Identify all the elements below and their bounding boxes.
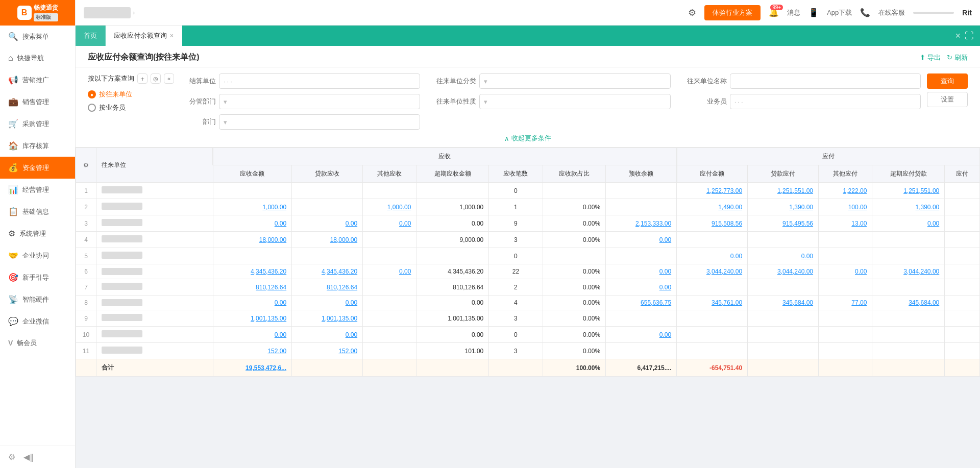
table-cell-link[interactable]: 0.00 (801, 253, 813, 260)
table-cell[interactable]: 3,044,240.00 (748, 264, 819, 279)
settlement-unit-input[interactable]: ··· (219, 73, 420, 89)
partner-name-input[interactable] (730, 73, 921, 89)
table-cell-link[interactable]: 0.00 (399, 268, 411, 275)
scheme-by-unit[interactable]: ● 按往来单位 (88, 88, 174, 101)
table-cell-link[interactable]: 810,126.64 (327, 284, 357, 291)
table-cell[interactable]: 0.00 (363, 264, 416, 279)
table-cell-link[interactable]: 0.00 (275, 220, 286, 227)
table-cell[interactable]: 152.00 (213, 343, 291, 359)
table-cell[interactable]: 0.00 (748, 248, 819, 264)
table-cell-link[interactable]: 915,495.56 (782, 220, 813, 227)
table-cell-link[interactable]: 915,508.56 (712, 220, 742, 227)
table-cell[interactable]: 345,761.00 (677, 295, 748, 310)
table-cell-link[interactable]: 1,390.00 (916, 204, 940, 211)
table-cell-link[interactable]: 13.00 (851, 220, 867, 227)
table-cell[interactable]: 3,044,240.00 (872, 264, 945, 279)
salesman-input[interactable]: ··· (730, 94, 921, 109)
table-cell-link[interactable]: 4,345,436.20 (322, 268, 357, 275)
settings-button[interactable]: 设置 (927, 92, 968, 107)
table-cell[interactable]: 0.00 (819, 264, 872, 279)
table-cell-link[interactable]: 1,001,135.00 (322, 315, 357, 322)
table-cell-link[interactable]: 1,252,773.00 (706, 187, 742, 194)
sidebar-item-finance[interactable]: 💰 资金管理 (0, 157, 75, 179)
table-cell[interactable]: 0.00 (606, 264, 677, 279)
sidebar-item-guide[interactable]: 🎯 新手引导 (0, 266, 75, 288)
table-cell-link[interactable]: 152.00 (267, 348, 286, 355)
sidebar-item-member[interactable]: V 畅会员 (0, 332, 75, 354)
online-service-label[interactable]: 在线客服 (878, 8, 905, 17)
table-cell[interactable]: 345,684.00 (748, 295, 819, 310)
table-cell-link[interactable]: 1,390.00 (789, 204, 813, 211)
sidebar-item-inventory[interactable]: 🏠 库存核算 (0, 135, 75, 157)
refresh-button[interactable]: ↻ 刷新 (947, 53, 968, 62)
table-cell-link[interactable]: 0.00 (927, 220, 939, 227)
table-cell[interactable]: 810,126.64 (213, 279, 291, 295)
collapse-schemes-icon[interactable]: « (164, 73, 174, 84)
table-cell[interactable]: 1,251,551.00 (872, 183, 945, 199)
table-cell-link[interactable]: 2,153,333.00 (635, 220, 671, 227)
table-cell-link[interactable]: 3,044,240.00 (777, 268, 813, 275)
table-cell[interactable]: 810,126.64 (292, 279, 363, 295)
table-cell[interactable]: 77.00 (819, 295, 872, 310)
tab-close-window-icon[interactable]: × (955, 31, 961, 41)
table-cell-link[interactable]: 0.00 (659, 331, 671, 338)
table-cell[interactable]: 0.00 (363, 215, 416, 232)
table-cell-link[interactable]: 0.00 (855, 268, 867, 275)
table-cell[interactable]: 1,251,551.00 (748, 183, 819, 199)
table-cell-link[interactable]: 18,000.00 (259, 236, 286, 243)
table-cell-link[interactable]: 3,044,240.00 (903, 268, 939, 275)
scheme-by-salesman[interactable]: 按业务员 (88, 101, 174, 114)
table-cell[interactable]: 18,000.00 (292, 232, 363, 248)
sidebar-item-operations[interactable]: 📊 经营管理 (0, 179, 75, 201)
table-cell-link[interactable]: 0.00 (659, 268, 671, 275)
sidebar-item-cooperation[interactable]: 🤝 企业协同 (0, 244, 75, 266)
footer-ar-amount-link[interactable]: 19,553,472,6... (246, 364, 286, 372)
table-cell[interactable]: 1,000.00 (363, 199, 416, 215)
table-cell-link[interactable]: 1,000.00 (387, 204, 411, 211)
partner-nature-input[interactable]: ▾ (479, 94, 670, 109)
table-cell-link[interactable]: 0.00 (346, 299, 357, 306)
table-cell-link[interactable]: 77.00 (851, 299, 867, 306)
dept-manager-input[interactable]: ▾ (219, 94, 420, 109)
table-cell[interactable]: 655,636.75 (606, 295, 677, 310)
table-cell-link[interactable]: 1,222.00 (843, 187, 867, 194)
table-cell[interactable]: 1,490.00 (677, 199, 748, 215)
table-cell-link[interactable]: 0.00 (275, 331, 286, 338)
table-cell-link[interactable]: 0.00 (275, 299, 286, 306)
partner-category-input[interactable]: ▾ (479, 73, 670, 89)
table-cell[interactable]: 13.00 (819, 215, 872, 232)
table-cell[interactable]: 0.00 (606, 232, 677, 248)
user-avatar[interactable]: Rit (962, 9, 972, 17)
footer-settings-icon[interactable]: ⚙ (8, 452, 15, 462)
department-input[interactable]: ▾ (219, 114, 420, 130)
footer-collapse-icon[interactable]: ◀‖ (23, 452, 34, 462)
table-cell[interactable]: 0.00 (292, 215, 363, 232)
tab-close-icon[interactable]: × (170, 32, 174, 39)
table-cell[interactable]: 0.00 (606, 327, 677, 343)
table-cell[interactable]: 152.00 (292, 343, 363, 359)
sidebar-item-basic-info[interactable]: 📋 基础信息 (0, 201, 75, 223)
export-button[interactable]: ⬆ 导出 (920, 53, 941, 62)
table-cell-link[interactable]: 0.00 (659, 284, 671, 291)
table-cell-link[interactable]: 810,126.64 (256, 284, 286, 291)
table-cell-link[interactable]: 655,636.75 (641, 299, 671, 306)
table-cell-link[interactable]: 345,761.00 (712, 299, 742, 306)
sidebar-item-marketing[interactable]: 📢 营销推广 (0, 69, 75, 91)
table-cell[interactable]: 0.00 (292, 295, 363, 310)
table-cell[interactable]: 100.00 (819, 199, 872, 215)
table-cell[interactable]: 4,345,436.20 (292, 264, 363, 279)
table-cell[interactable]: 1,252,773.00 (677, 183, 748, 199)
table-cell-link[interactable]: 4,345,436.20 (251, 268, 286, 275)
tab-maximize-icon[interactable]: ⛶ (965, 31, 974, 41)
table-cell[interactable]: 915,508.56 (677, 215, 748, 232)
collapse-filter-btn[interactable]: ∧ 收起更多条件 (88, 134, 968, 143)
table-cell-link[interactable]: 1,251,551.00 (903, 187, 939, 194)
gear-icon[interactable]: ⚙ (688, 7, 696, 18)
table-cell[interactable]: 0.00 (606, 279, 677, 295)
table-cell[interactable]: 1,390.00 (748, 199, 819, 215)
app-download-label[interactable]: App下载 (827, 8, 852, 17)
table-cell[interactable]: 345,684.00 (872, 295, 945, 310)
notification-icon[interactable]: 🔔 99+ (769, 8, 779, 17)
table-cell[interactable]: 4,345,436.20 (213, 264, 291, 279)
table-cell[interactable]: 0.00 (872, 215, 945, 232)
